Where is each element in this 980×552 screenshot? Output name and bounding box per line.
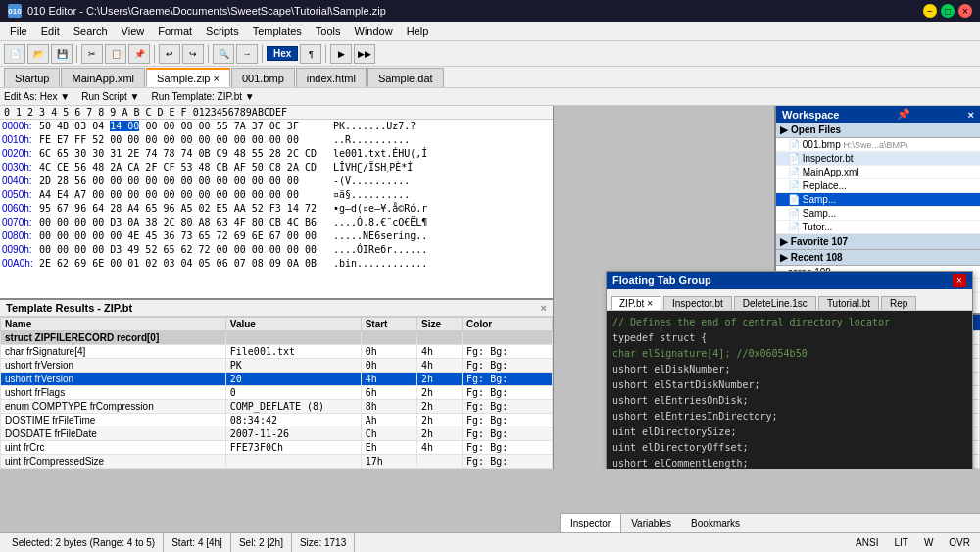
- table-row[interactable]: DOSTIME frFileTime08:34:42Ah2hFg: Bg:: [1, 414, 553, 427]
- redo-button[interactable]: ↪: [182, 44, 204, 64]
- edit-as-label[interactable]: Edit As: Hex ▼: [4, 91, 70, 102]
- ftab-deleteline[interactable]: DeleteLine.1sc: [734, 296, 816, 310]
- tab-sample-dat[interactable]: Sample.dat: [368, 68, 444, 87]
- table-row[interactable]: uint frCompressedSize17hFg: Bg:: [1, 455, 553, 469]
- menu-edit[interactable]: Edit: [35, 25, 66, 38]
- ws-recent-header[interactable]: ▶ Recent 108: [776, 250, 980, 266]
- workspace-close-icon[interactable]: ×: [968, 109, 974, 121]
- table-cell: 2h: [417, 373, 463, 386]
- menu-scripts[interactable]: Scripts: [200, 25, 245, 38]
- paste-button[interactable]: 📌: [128, 44, 150, 64]
- table-cell: [361, 331, 416, 345]
- menu-format[interactable]: Format: [152, 25, 198, 38]
- status-ansi: ANSI: [850, 537, 884, 548]
- table-cell: struct ZIPFILERECORD record[0]: [1, 331, 226, 345]
- table-row[interactable]: char frSignature[4]File001.txt0h4hFg: Bg…: [1, 345, 553, 359]
- tab-mainapp[interactable]: MainApp.xml: [61, 68, 145, 87]
- menu-search[interactable]: Search: [68, 25, 114, 38]
- minimize-button[interactable]: −: [923, 4, 937, 18]
- tab-001bmp[interactable]: 001.bmp: [231, 68, 295, 87]
- floating-tab-group: Floating Tab Group × ZIP.bt × Inspector.…: [606, 271, 973, 469]
- status-size-text: Size: 1713: [300, 537, 346, 548]
- close-button[interactable]: ×: [958, 4, 972, 18]
- run-template-tb[interactable]: ▶▶: [354, 44, 375, 64]
- table-cell: Eh: [361, 441, 416, 455]
- new-button[interactable]: 📄: [4, 44, 25, 64]
- tb-extra1[interactable]: ¶: [300, 44, 321, 64]
- ws-item-mainapp[interactable]: 📄 MainApp.xml: [776, 166, 980, 179]
- ftab-zip[interactable]: ZIP.bt ×: [611, 296, 662, 310]
- table-cell: [463, 331, 553, 345]
- run-script-label[interactable]: Run Script ▼: [81, 91, 139, 102]
- template-results-scroll[interactable]: Name Value Start Size Color struct ZIPFI…: [0, 317, 553, 469]
- menu-templates[interactable]: Templates: [247, 25, 308, 38]
- tab-sample-zip[interactable]: Sample.zip ×: [146, 68, 230, 87]
- template-close-icon[interactable]: ×: [541, 302, 547, 314]
- ws-item-tutor[interactable]: 📄 Tutor...: [776, 221, 980, 234]
- ws-file-name: 001.bmp: [803, 139, 841, 150]
- floating-code-content[interactable]: // Defines the end of central directory …: [607, 311, 972, 469]
- status-start: Start: 4 [4h]: [164, 533, 231, 552]
- ftab-inspector[interactable]: Inspector.bt: [663, 296, 732, 310]
- workspace-pin-icon[interactable]: 📌: [897, 108, 910, 121]
- btab-variables[interactable]: Variables: [621, 514, 681, 532]
- workspace-title: Workspace: [782, 109, 840, 121]
- tab-startup[interactable]: Startup: [4, 68, 60, 87]
- undo-button[interactable]: ↩: [159, 44, 180, 64]
- copy-button[interactable]: 📋: [105, 44, 126, 64]
- ws-favorites-header[interactable]: ▶ Favorite 107: [776, 234, 980, 250]
- maximize-button[interactable]: □: [941, 4, 955, 18]
- floating-close-button[interactable]: ×: [953, 274, 966, 287]
- window-controls[interactable]: − □ ×: [923, 4, 972, 18]
- ftab-tutorial[interactable]: Tutorial.bt: [818, 296, 879, 310]
- goto-button[interactable]: →: [236, 44, 258, 64]
- run-script-tb[interactable]: ▶: [330, 44, 352, 64]
- code-line: char elSignature[4]; //0x06054b50: [611, 346, 968, 362]
- btab-inspector[interactable]: Inspector: [560, 514, 621, 532]
- hex-mode-button[interactable]: Hex: [267, 46, 298, 61]
- table-row[interactable]: uint frUncompressedSizeFg: Bg:: [1, 469, 553, 470]
- open-button[interactable]: 📂: [27, 44, 49, 64]
- menu-help[interactable]: Help: [401, 25, 435, 38]
- ws-item-replace[interactable]: 📄 Replace...: [776, 179, 980, 193]
- menu-view[interactable]: View: [116, 25, 151, 38]
- hex-row-0070: 0070h: 00 00 00 00 D3 0A 38 2C 80 A8 63 …: [0, 216, 553, 229]
- status-ovr: OVR: [943, 537, 976, 548]
- status-bar: Selected: 2 bytes (Range: 4 to 5) Start:…: [0, 532, 980, 552]
- table-row[interactable]: DOSDATE frFileDate2007-11-26Ch2hFg: Bg:: [1, 427, 553, 441]
- ftab-tutorial-label: Tutorial.bt: [827, 298, 870, 309]
- menu-window[interactable]: Window: [349, 25, 399, 38]
- menu-file[interactable]: File: [4, 25, 33, 38]
- ws-open-files-header[interactable]: ▶ Open Files: [776, 123, 980, 138]
- tab-index-html[interactable]: index.html: [296, 68, 367, 87]
- table-cell: Fg: Bg:: [463, 441, 553, 455]
- hex-addr: 0080h:: [2, 229, 39, 243]
- status-selected-text: Selected: 2 bytes (Range: 4 to 5): [12, 537, 155, 548]
- hex-addr: 0050h:: [2, 188, 39, 202]
- ws-item-001bmp[interactable]: 📄 001.bmp H:\Swe...a\BMP\: [776, 138, 980, 152]
- ftab-rep[interactable]: Rep: [881, 296, 916, 310]
- ws-item-inspector[interactable]: 📄 Inspector.bt: [776, 152, 980, 166]
- menu-tools[interactable]: Tools: [310, 25, 347, 38]
- btab-bookmarks[interactable]: Bookmarks: [681, 514, 750, 532]
- table-cell: 2h: [417, 427, 463, 441]
- table-row[interactable]: struct ZIPFILERECORD record[0]: [1, 331, 553, 345]
- ws-file-name: MainApp.xml: [803, 167, 859, 177]
- table-cell: 0: [225, 386, 361, 400]
- cut-button[interactable]: ✂: [81, 44, 103, 64]
- ws-item-sample2[interactable]: 📄 Samp...: [776, 207, 980, 221]
- toolbar: 📄 📂 💾 ✂ 📋 📌 ↩ ↪ 🔍 → Hex ¶ ▶ ▶▶: [0, 41, 980, 67]
- find-button[interactable]: 🔍: [213, 44, 234, 64]
- sep4: [262, 45, 263, 63]
- table-cell: Fg: Bg:: [463, 455, 553, 469]
- save-button[interactable]: 💾: [51, 44, 73, 64]
- hex-row-0060: 0060h: 95 67 96 64 28 A4 65 96 A5 02 E5 …: [0, 202, 553, 216]
- table-row[interactable]: uint frCrcFFE73F0ChEh4hFg: Bg:: [1, 441, 553, 455]
- table-row[interactable]: ushort frFlags06h2hFg: Bg:: [1, 386, 553, 400]
- sep1: [76, 45, 77, 63]
- table-row[interactable]: ushort frVersion204h2hFg: Bg:: [1, 373, 553, 386]
- table-row[interactable]: enum COMPTYPE frCompressionCOMP_DEFLATE …: [1, 400, 553, 414]
- table-row[interactable]: ushort frVersionPK0h4hFg: Bg:: [1, 359, 553, 373]
- run-template-label[interactable]: Run Template: ZIP.bt ▼: [152, 91, 255, 102]
- ws-item-sample[interactable]: 📄 Samp...: [776, 193, 980, 207]
